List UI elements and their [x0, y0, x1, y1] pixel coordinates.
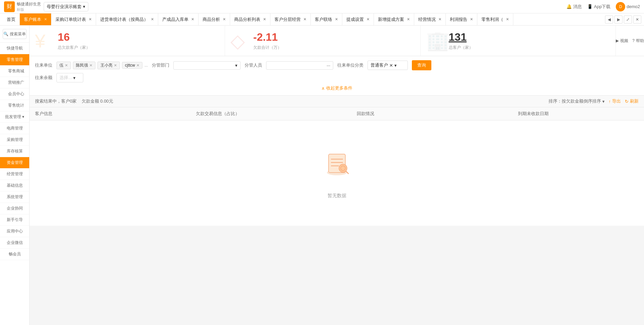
sidebar-item-vip[interactable]: 畅会员: [0, 249, 29, 260]
refresh-btn[interactable]: ↻ 刷新: [625, 98, 639, 104]
app-download-btn[interactable]: 📱 App下载: [587, 4, 610, 10]
stat-info-customers: 16 总欠款客户（家）: [58, 31, 90, 50]
sidebar-item-app-center[interactable]: 应用中心: [0, 226, 29, 237]
balance-input[interactable]: 选择... ▾: [56, 73, 83, 82]
sidebar-item-enterprise[interactable]: 企业协同: [0, 203, 29, 214]
tab-close-stock-stats[interactable]: ✕: [151, 17, 154, 22]
tab-customer[interactable]: 客户账本 ✕: [20, 13, 51, 26]
tab-retail-profit[interactable]: 零售利润（ ✕: [477, 13, 513, 26]
tab-close-product-stock[interactable]: ✕: [191, 17, 194, 22]
tab-close-raise-settings[interactable]: ✕: [367, 17, 370, 22]
sidebar-item-finance[interactable]: 资金管理: [0, 157, 29, 169]
person-select[interactable]: ···: [266, 61, 333, 70]
remove-tag-wu[interactable]: ✕: [65, 63, 68, 68]
sidebar-item-marketing[interactable]: 营销推广: [0, 77, 29, 88]
sidebar-item-operations[interactable]: 经营管理: [0, 169, 29, 180]
filter-tags: 伍 ✕ 陈民强 ✕ 王小亮 ✕ cjttcw ✕ ...: [56, 62, 148, 69]
sidebar: 🔍 搜索菜单 快捷导航 零售管理 零售商城 营销推广 会员中心 零售统计 批发管…: [0, 26, 30, 325]
sidebar-item-ecommerce[interactable]: 电商管理: [0, 123, 29, 134]
tab-product-stock[interactable]: 产成品入库单 ✕: [158, 13, 199, 26]
tab-close-customer-tier[interactable]: ✕: [303, 17, 306, 22]
search-menu-btn[interactable]: 🔍 搜索菜单: [3, 29, 27, 39]
tab-close-new-raise[interactable]: ✕: [407, 17, 410, 22]
remove-tag-cj[interactable]: ✕: [136, 63, 139, 68]
empty-state: 暂无数据: [30, 120, 644, 226]
tab-close-retail-profit[interactable]: ✕: [506, 17, 509, 22]
sort-dropdown[interactable]: 排序：按欠款金额倒序排序 ▾: [549, 98, 605, 104]
tab-close-goods-analysis[interactable]: ✕: [223, 17, 226, 22]
sidebar-item-retail[interactable]: 零售管理: [0, 54, 29, 66]
sidebar-item-retail-mall[interactable]: 零售商城: [0, 66, 29, 77]
tab-home[interactable]: 首页: [3, 13, 20, 26]
stat-bg-icon-building: 🏢: [426, 30, 449, 52]
message-btn[interactable]: 🔔 消息: [566, 4, 582, 10]
sidebar-item-guide[interactable]: 新手引导: [0, 214, 29, 226]
tab-stock-stats[interactable]: 进货单统计表（按商品） ✕: [96, 13, 158, 26]
sidebar-item-basic[interactable]: 基础信息: [0, 180, 29, 191]
chevron-down-icon: ▾: [73, 75, 76, 80]
tab-close-goods-list[interactable]: ✕: [263, 17, 266, 22]
tab-profit-report[interactable]: 利润报告 ✕: [446, 13, 477, 26]
sidebar-item-purchase[interactable]: 采购管理: [0, 134, 29, 146]
user-menu[interactable]: D demo2: [616, 2, 640, 11]
col-header-repay: 回款情况: [357, 111, 518, 117]
tab-customer-contact[interactable]: 客户联络 ✕: [311, 13, 342, 26]
sidebar-item-quick-nav[interactable]: 快捷导航: [0, 43, 29, 54]
query-btn[interactable]: 查询: [412, 60, 431, 70]
main-layout: 🔍 搜索菜单 快捷导航 零售管理 零售商城 营销推广 会员中心 零售统计 批发管…: [0, 26, 644, 325]
tab-close-business[interactable]: ✕: [438, 17, 441, 22]
tab-customer-tier[interactable]: 客户分层经营 ✕: [270, 13, 311, 26]
nav-tabs: 首页 客户账本 ✕ 采购订单统计表 ✕ 进货单统计表（按商品） ✕ 产成品入库单…: [0, 13, 644, 26]
sidebar-item-retail-stats[interactable]: 零售统计: [0, 100, 29, 111]
tab-goods-analysis[interactable]: 商品分析 ✕: [199, 13, 230, 26]
stat-label-debt: 欠款合计（万）: [253, 45, 282, 50]
sidebar-item-system[interactable]: 系统管理: [0, 191, 29, 203]
tab-close-profit-report[interactable]: ✕: [470, 17, 473, 22]
export-btn[interactable]: ↑ 导出: [609, 98, 621, 104]
nav-close-all-btn[interactable]: ✕: [633, 15, 641, 24]
tab-close-purchase-order[interactable]: ✕: [89, 17, 92, 22]
filter-area: 往来单位 伍 ✕ 陈民强 ✕ 王小亮 ✕ cjttcw: [30, 56, 644, 96]
sidebar-item-wholesale[interactable]: 批发管理 ▾: [0, 111, 29, 123]
account-dropdown[interactable]: 母婴行业演示账套 ▾: [44, 2, 88, 11]
dept-select[interactable]: ▾: [173, 61, 241, 70]
filter-tag-wu: 伍 ✕: [56, 62, 71, 69]
remove-unit-class[interactable]: ✕: [389, 63, 393, 68]
empty-text: 暂无数据: [328, 193, 346, 199]
nav-expand-btn[interactable]: ⤢: [624, 15, 632, 24]
sidebar-item-wechat[interactable]: 企业微信: [0, 237, 29, 249]
remove-tag-chen[interactable]: ✕: [89, 63, 92, 68]
stat-bg-icon-debt: ◇: [230, 30, 245, 52]
filter-more-btn[interactable]: ...: [144, 63, 148, 68]
filter-row-1: 往来单位 伍 ✕ 陈民强 ✕ 王小亮 ✕ cjttcw: [35, 60, 639, 70]
unit-class-select[interactable]: 普通客户 ✕ ▾: [368, 61, 408, 70]
question-icon: ?: [632, 38, 635, 43]
tab-business[interactable]: 经营情况 ✕: [414, 13, 446, 26]
filter-unit-class-label: 往来单位分类: [337, 62, 363, 68]
tab-purchase-order[interactable]: 采购订单统计表 ✕: [51, 13, 96, 26]
export-icon: ↑: [609, 99, 611, 104]
stat-label-customers: 总欠款客户（家）: [58, 45, 90, 50]
help-btn[interactable]: ? 帮助: [632, 38, 644, 44]
collapse-btn[interactable]: ∧ 收起更多条件: [35, 85, 639, 91]
sidebar-item-inventory[interactable]: 库存核算: [0, 146, 29, 157]
nav-next-btn[interactable]: ▶: [614, 15, 622, 24]
tab-new-raise[interactable]: 新增提成方案 ✕: [374, 13, 414, 26]
nav-prev-btn[interactable]: ◀: [605, 15, 613, 24]
remove-tag-wang[interactable]: ✕: [114, 63, 117, 68]
filter-dept-label: 分管部门: [152, 62, 169, 68]
filter-balance-label: 往来余额: [35, 75, 52, 81]
tab-goods-list[interactable]: 商品分析列表 ✕: [230, 13, 270, 26]
sidebar-search-area: 🔍 搜索菜单: [0, 26, 29, 43]
phone-icon: 📱: [587, 4, 593, 9]
stats-bar: ¥ 16 总欠款客户（家） ◇ -2.11 欠款合计（万） 🏢 131 总客户（…: [30, 26, 644, 56]
tab-close-customer[interactable]: ✕: [44, 17, 47, 22]
video-help-btn[interactable]: ▶ 视频: [616, 38, 628, 44]
tab-raise-settings[interactable]: 提成设置 ✕: [342, 13, 374, 26]
result-actions: 排序：按欠款金额倒序排序 ▾ ↑ 导出 ↻ 刷新: [549, 98, 639, 104]
result-bar: 搜索结果中，客户0家 欠款金额 0.00元 排序：按欠款金额倒序排序 ▾ ↑ 导…: [30, 96, 644, 107]
refresh-icon: ↻: [625, 99, 629, 104]
sidebar-item-member[interactable]: 会员中心: [0, 88, 29, 100]
tab-close-customer-contact[interactable]: ✕: [335, 17, 338, 22]
chevron-down-icon: ▾: [235, 63, 238, 68]
